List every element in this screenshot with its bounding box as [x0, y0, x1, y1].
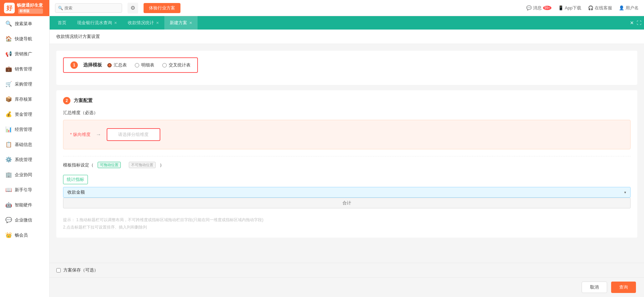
- user-icon: 👤: [619, 5, 624, 10]
- sidebar-item-system[interactable]: ⚙️ 系统管理: [0, 152, 49, 167]
- tab-new-plan-label: 新建方案: [170, 20, 187, 26]
- stats-label: 统计指标: [63, 175, 88, 184]
- template-box: 1 选择模板 汇总表 明细表: [63, 57, 198, 73]
- basic-info-icon: 📋: [5, 141, 12, 148]
- tab-receipt-stat-label: 收款情况统计: [128, 20, 154, 26]
- step2-section: 2 方案配置 汇总维度（必选） * 纵向维度 → 请选择分组维度 模板指标设定（: [56, 90, 637, 238]
- sidebar-item-guide[interactable]: 📖 新手引导: [0, 182, 49, 197]
- message-icon: 💬: [526, 5, 532, 10]
- inventory-icon: 📦: [5, 96, 12, 102]
- metric-dropdown-icon[interactable]: ▾: [624, 190, 626, 195]
- dimension-input[interactable]: 请选择分组维度: [107, 128, 160, 141]
- tab-bank-flow[interactable]: 现金银行流水查询 ✕: [72, 16, 122, 30]
- sidebar-item-basic-info[interactable]: 📋 基础信息: [0, 137, 49, 152]
- wechat-icon: 💬: [5, 217, 12, 223]
- radio-summary-label: 汇总表: [114, 62, 127, 68]
- metrics-section: 模板指标设定（ 可拖动位置 不可拖动位置 ） 统计指标 收款金额 ▾: [63, 156, 631, 211]
- sidebar-item-home[interactable]: 🏠 快捷导航: [0, 31, 49, 46]
- radio-detail-input[interactable]: [135, 63, 139, 67]
- metric-item-amount[interactable]: 收款金额 ▾: [63, 187, 631, 198]
- logo-name: 畅捷通好生意: [17, 2, 43, 8]
- user-area[interactable]: 👤 用户名: [619, 5, 639, 11]
- sidebar-label-home: 快捷导航: [15, 36, 32, 42]
- sidebar-label-guide: 新手引导: [15, 187, 32, 193]
- member-icon: 👑: [5, 232, 12, 238]
- radio-summary-input[interactable]: [107, 63, 112, 67]
- footer-bar: 取消 查询: [50, 277, 644, 297]
- hint-line-2: 2.点击标题栏下拉可设置排序、插入列和删除列: [63, 224, 631, 231]
- operation-icon: 📊: [5, 126, 12, 133]
- metrics-content: 统计指标 收款金额 ▾ 合计: [63, 172, 631, 211]
- tab-home[interactable]: 首页: [52, 16, 72, 30]
- sidebar-item-marketing[interactable]: 📢 营销推广: [0, 46, 49, 61]
- sidebar-item-search[interactable]: 🔍 搜索菜单: [0, 16, 49, 31]
- dimension-row: * 纵向维度 → 请选择分组维度: [70, 128, 624, 141]
- sidebar-item-member[interactable]: 👑 畅会员: [0, 228, 49, 243]
- main-area: 🔍 ⚙ 体验行业方案 💬 消息 99+ 📱 App下载 🎧 在线客服 👤 用户名: [50, 0, 644, 297]
- service-label: 在线客服: [595, 5, 612, 11]
- search-input[interactable]: [64, 6, 111, 10]
- radio-group-template: 汇总表 明细表 交叉统计表: [107, 62, 191, 68]
- sidebar-label-hardware: 智能硬件: [15, 202, 32, 208]
- cancel-button[interactable]: 取消: [582, 282, 607, 293]
- tab-new-plan-close[interactable]: ✕: [189, 21, 192, 25]
- message-label: 消息: [533, 5, 542, 11]
- metric-amount-name: 收款金额: [67, 189, 85, 195]
- sidebar-item-sales[interactable]: 💼 销售管理: [0, 61, 49, 77]
- hardware-icon: 🤖: [5, 202, 12, 208]
- purchase-icon: 🛒: [5, 81, 12, 87]
- tab-expand-icon[interactable]: ⛶: [637, 20, 641, 26]
- tab-close-all-icon[interactable]: ✕: [630, 20, 634, 26]
- tab-receipt-stat-close[interactable]: ✕: [156, 21, 159, 25]
- radio-detail[interactable]: 明细表: [135, 62, 154, 68]
- query-button[interactable]: 查询: [611, 282, 636, 293]
- gear-button[interactable]: ⚙: [127, 3, 138, 13]
- radio-summary[interactable]: 汇总表: [107, 62, 127, 68]
- sidebar-item-wechat[interactable]: 💬 企业微信: [0, 212, 49, 228]
- content-body: 1 选择模板 汇总表 明细表: [50, 44, 644, 263]
- step1-header: 1 选择模板 汇总表 明细表: [63, 57, 631, 73]
- tab-home-label: 首页: [58, 20, 66, 26]
- radio-cross-input[interactable]: [162, 63, 167, 67]
- sidebar-item-operation[interactable]: 📊 经营管理: [0, 122, 49, 137]
- sidebar-item-purchase[interactable]: 🛒 采购管理: [0, 77, 49, 92]
- finance-icon: 💰: [5, 111, 12, 117]
- sidebar-label-system: 系统管理: [15, 157, 32, 163]
- system-icon: ⚙️: [5, 156, 12, 163]
- step1-title: 选择模板: [83, 62, 102, 68]
- service-btn[interactable]: 🎧 在线客服: [588, 5, 612, 11]
- hint-line-1: 提示： 1.拖动标题栏可以调整布局，不可跨维度或指标区域拖动栏目字段(只能在同一…: [63, 216, 631, 224]
- sidebar-label-operation: 经营管理: [15, 127, 32, 133]
- step2-header: 2 方案配置: [63, 97, 631, 104]
- user-name: 用户名: [626, 5, 639, 11]
- draggable-badge: 可拖动位置: [98, 162, 121, 168]
- sidebar-item-corp[interactable]: 🏢 企业协同: [0, 167, 49, 182]
- sidebar-label-finance: 资金管理: [15, 111, 32, 117]
- metrics-header: 模板指标设定（ 可拖动位置 不可拖动位置 ）: [63, 162, 631, 168]
- arrow-icon: →: [96, 132, 101, 138]
- radio-cross[interactable]: 交叉统计表: [162, 62, 191, 68]
- sidebar-item-hardware[interactable]: 🤖 智能硬件: [0, 197, 49, 212]
- tab-receipt-stat[interactable]: 收款情况统计 ✕: [122, 16, 164, 30]
- tab-new-plan[interactable]: 新建方案 ✕: [164, 16, 198, 30]
- metrics-header-text: 模板指标设定（: [63, 162, 94, 168]
- sidebar-label-basic-info: 基础信息: [15, 142, 32, 148]
- sidebar: 好 畅捷通好生意 标准版 🔍 搜索菜单 🏠 快捷导航 📢 营销推广 💼 销售管理…: [0, 0, 50, 297]
- sidebar-item-inventory[interactable]: 📦 库存核算: [0, 92, 49, 107]
- message-btn[interactable]: 💬 消息 99+: [526, 5, 551, 11]
- search-box[interactable]: 🔍: [55, 3, 122, 13]
- dimension-area: * 纵向维度 → 请选择分组维度: [63, 120, 631, 149]
- tabbar-right: ✕ ⛶: [630, 20, 641, 26]
- industry-btn[interactable]: 体验行业方案: [144, 3, 180, 13]
- sidebar-item-finance[interactable]: 💰 资金管理: [0, 107, 49, 122]
- topbar: 🔍 ⚙ 体验行业方案 💬 消息 99+ 📱 App下载 🎧 在线客服 👤 用户名: [50, 0, 644, 16]
- sidebar-label-inventory: 库存核算: [15, 96, 32, 102]
- tab-bank-flow-close[interactable]: ✕: [114, 21, 117, 25]
- save-checkbox[interactable]: [56, 268, 61, 273]
- metrics-grid: 收款金额 ▾ 合计: [63, 187, 631, 208]
- sidebar-logo: 好 畅捷通好生意 标准版: [0, 0, 49, 16]
- download-btn[interactable]: 📱 App下载: [558, 5, 581, 11]
- home-icon: 🏠: [5, 36, 12, 42]
- sidebar-label-wechat: 企业微信: [15, 217, 32, 223]
- step2-num: 2: [63, 97, 70, 104]
